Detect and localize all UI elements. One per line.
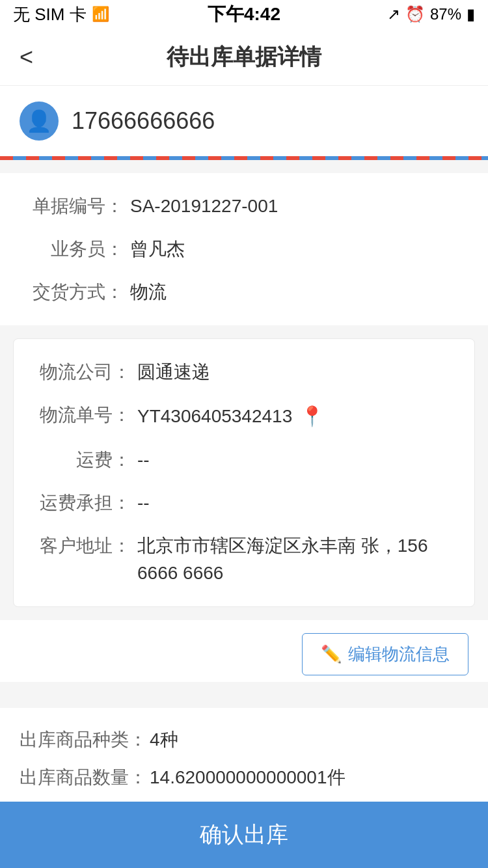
status-right: ↗ ⏰ 87% ▮ (387, 5, 475, 23)
customer-header: 👤 17666666666 (0, 86, 488, 156)
category-row: 出库商品种类： 4种 (20, 727, 468, 752)
section-sep-2 (0, 682, 488, 695)
order-number-value: SA-20191227-001 (130, 193, 468, 220)
battery-icon: ▮ (467, 5, 475, 23)
outbound-stats-section: 出库商品种类： 4种 出库商品数量： 14.620000000000001件 (0, 708, 488, 809)
freight-label: 运费： (27, 446, 131, 474)
address-row: 客户地址： 北京市市辖区海淀区永丰南 张，156 6666 6666 (27, 532, 461, 587)
customer-phone: 17666666666 (72, 107, 215, 135)
logistics-company-row: 物流公司： 圆通速递 (27, 359, 461, 386)
page-title: 待出库单据详情 (167, 42, 321, 72)
quantity-value: 14.620000000000001件 (150, 765, 346, 790)
sales-person-row: 业务员： 曾凡杰 (20, 236, 468, 263)
address-label: 客户地址： (27, 532, 131, 560)
nav-bar: < 待出库单据详情 (0, 29, 488, 86)
category-label: 出库商品种类： (20, 727, 150, 752)
quantity-row: 出库商品数量： 14.620000000000001件 (20, 765, 468, 790)
alarm-icon: ⏰ (405, 5, 425, 23)
status-bar: 无 SIM 卡 📶 下午4:42 ↗ ⏰ 87% ▮ (0, 0, 488, 29)
section-sep-1 (0, 160, 488, 173)
logistics-company-value: 圆通速递 (137, 359, 461, 386)
quantity-label: 出库商品数量： (20, 765, 150, 790)
order-number-label: 单据编号： (20, 193, 124, 220)
avatar: 👤 (20, 102, 59, 141)
back-button[interactable]: < (20, 44, 33, 71)
freight-value: -- (137, 446, 461, 474)
delivery-method-row: 交货方式： 物流 (20, 278, 468, 306)
order-info-section: 单据编号： SA-20191227-001 业务员： 曾凡杰 交货方式： 物流 (0, 173, 488, 325)
logistics-card: 物流公司： 圆通速递 物流单号： YT4306405342413 📍 运费： -… (13, 338, 475, 607)
logistics-company-label: 物流公司： (27, 359, 131, 386)
map-location-icon[interactable]: 📍 (300, 401, 324, 431)
tracking-number-row: 物流单号： YT4306405342413 📍 (27, 401, 461, 431)
delivery-method-value: 物流 (130, 278, 468, 306)
sales-person-label: 业务员： (20, 236, 124, 263)
wifi-icon: 📶 (92, 6, 109, 23)
freight-bearer-row: 运费承担： -- (27, 489, 461, 517)
delivery-method-label: 交货方式： (20, 278, 124, 306)
tracking-number-value: YT4306405342413 📍 (137, 401, 461, 431)
freight-row: 运费： -- (27, 446, 461, 474)
status-time: 下午4:42 (208, 2, 280, 27)
edit-logistics-btn-row: ✏️ 编辑物流信息 (0, 620, 488, 682)
tracking-number-label: 物流单号： (27, 401, 131, 429)
tracking-number-text: YT4306405342413 (137, 403, 292, 430)
category-value: 4种 (150, 727, 178, 752)
confirm-button[interactable]: 确认出库 (0, 802, 488, 868)
order-number-row: 单据编号： SA-20191227-001 (20, 193, 468, 220)
battery-text: 87% (430, 5, 461, 23)
confirm-button-label: 确认出库 (200, 820, 288, 850)
edit-icon: ✏️ (321, 644, 342, 664)
address-value: 北京市市辖区海淀区永丰南 张，156 6666 6666 (137, 532, 461, 587)
status-left: 无 SIM 卡 📶 (13, 3, 109, 26)
freight-bearer-value: -- (137, 489, 461, 517)
sales-person-value: 曾凡杰 (130, 236, 468, 263)
avatar-icon: 👤 (26, 109, 52, 133)
freight-bearer-label: 运费承担： (27, 489, 131, 517)
edit-button-label: 编辑物流信息 (348, 643, 450, 666)
edit-logistics-button[interactable]: ✏️ 编辑物流信息 (302, 633, 468, 675)
location-active-icon: ↗ (387, 5, 400, 23)
carrier-text: 无 SIM 卡 (13, 3, 87, 26)
